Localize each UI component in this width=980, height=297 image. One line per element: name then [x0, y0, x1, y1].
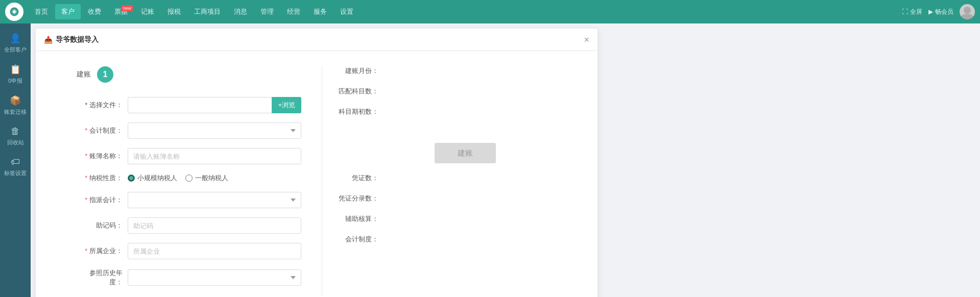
nav-menu: 首页 客户 收费 票据 new 记账 报税 工商项目 消息 管理 经营 服务 设…	[29, 4, 902, 19]
form-right-panel: 建账月份： 匹配科目数： 科目期初数： 建账	[322, 66, 597, 296]
nav-manage[interactable]: 管理	[254, 4, 280, 19]
assign-accountant-row: 指派会计：	[77, 192, 301, 208]
nav-invoice[interactable]: 票据 new	[108, 4, 134, 19]
file-text-input[interactable]	[128, 97, 272, 113]
ref-year-select[interactable]	[128, 269, 301, 286]
nav-client[interactable]: 客户	[55, 4, 81, 19]
tax-small-radio[interactable]	[128, 175, 135, 182]
form-area: 建账 1 * 选择文件： +浏览 会计制度：	[36, 51, 597, 297]
sidebar-item-tag-settings[interactable]: 🏷 标签设置	[0, 152, 31, 182]
recycle-icon: 🗑	[11, 126, 20, 137]
new-badge: new	[121, 5, 133, 11]
voucher-count-row: 凭证数：	[332, 174, 597, 183]
tax-general-label: 一般纳税人	[195, 174, 228, 183]
dialog-title: 导爷数据导入	[56, 35, 99, 44]
tax-general[interactable]: 一般纳税人	[185, 174, 228, 183]
svg-point-3	[961, 14, 973, 19]
tax-small-scale[interactable]: 小规模纳税人	[128, 174, 177, 183]
nav-service[interactable]: 服务	[307, 4, 333, 19]
voucher-entries-row: 凭证分录数：	[332, 194, 597, 203]
accounting-system-select[interactable]	[128, 122, 301, 139]
svg-point-1	[13, 10, 16, 13]
aux-accounting-row: 辅助核算：	[332, 214, 597, 224]
all-clients-icon: 👤	[10, 33, 21, 44]
file-label: * 选择文件：	[77, 101, 123, 110]
main-content: 📥 导爷数据导入 × 建账 1 * 选择文件：	[31, 23, 980, 297]
tax-radio-group: 小规模纳税人 一般纳税人	[128, 174, 228, 183]
match-subject-label: 匹配科目数：	[332, 87, 378, 96]
sidebar-item-declaration[interactable]: 📋 0申报	[0, 59, 31, 90]
ref-year-label: 参照历史年度：	[77, 268, 123, 287]
right-accounting-system-label: 会计制度：	[332, 235, 378, 244]
memo-code-input[interactable]	[128, 217, 301, 234]
step-label: 建账	[77, 70, 91, 79]
tax-type-label: 纳税性质：	[77, 174, 123, 183]
dialog-header-icon: 📥	[44, 36, 53, 44]
dialog-header: 📥 导爷数据导入	[36, 29, 597, 51]
subject-init-label: 科目期初数：	[332, 107, 378, 116]
aux-accounting-label: 辅助核算：	[332, 214, 378, 224]
sidebar-item-all-clients[interactable]: 👤 全部客户	[0, 28, 31, 59]
belong-company-row: 所属企业：	[77, 243, 301, 259]
accounting-system-label: 会计制度：	[77, 126, 123, 135]
file-input-group: +浏览	[128, 97, 301, 113]
build-btn-wrap: 建账	[332, 128, 597, 163]
build-month-label: 建账月份：	[332, 66, 378, 76]
account-migration-icon: 📦	[10, 95, 21, 106]
voucher-entries-label: 凭证分录数：	[332, 194, 378, 203]
step-indicator: 建账 1	[77, 66, 301, 83]
nav-message[interactable]: 消息	[228, 4, 253, 19]
memo-code-label: 助记码：	[77, 221, 123, 230]
sidebar-item-recycle[interactable]: 🗑 回收站	[0, 121, 31, 152]
browse-button[interactable]: +浏览	[272, 97, 301, 113]
ledger-name-row: 账簿名称：	[77, 148, 301, 164]
subject-init-row: 科目期初数：	[332, 107, 597, 116]
ledger-name-label: 账簿名称：	[77, 152, 123, 161]
build-month-row: 建账月份：	[332, 66, 597, 76]
file-row: * 选择文件： +浏览	[77, 97, 301, 113]
belong-company-label: 所属企业：	[77, 246, 123, 256]
play-icon: ▶	[928, 8, 933, 15]
member-btn[interactable]: ▶ 畅会员	[928, 8, 953, 16]
declaration-icon: 📋	[10, 64, 21, 75]
top-navigation: 首页 客户 收费 票据 new 记账 报税 工商项目 消息 管理 经营 服务 设…	[0, 0, 980, 23]
app-logo[interactable]	[5, 3, 23, 21]
dialog-close-button[interactable]: ×	[584, 35, 589, 45]
memo-code-row: 助记码：	[77, 217, 301, 234]
nav-business[interactable]: 工商项目	[188, 4, 227, 19]
assign-accountant-select[interactable]	[128, 192, 301, 208]
ref-year-row: 参照历史年度：	[77, 268, 301, 287]
tag-settings-icon: 🏷	[11, 157, 20, 167]
tax-small-label: 小规模纳税人	[137, 174, 177, 183]
main-layout: 👤 全部客户 📋 0申报 📦 账套迁移 🗑 回收站 🏷 标签设置 📥 导爷数据导…	[0, 23, 980, 297]
step-circle: 1	[97, 66, 113, 83]
svg-point-2	[964, 7, 971, 14]
nav-tax[interactable]: 报税	[161, 4, 187, 19]
match-subject-row: 匹配科目数：	[332, 87, 597, 96]
tax-type-row: 纳税性质： 小规模纳税人 一般纳税人	[77, 174, 301, 183]
tax-general-radio[interactable]	[185, 175, 193, 182]
import-dialog: 📥 导爷数据导入 × 建账 1 * 选择文件：	[36, 29, 597, 297]
fullscreen-icon: ⛶	[902, 8, 908, 15]
user-avatar[interactable]	[960, 4, 975, 19]
nav-settings[interactable]: 设置	[334, 4, 360, 19]
ledger-name-input[interactable]	[128, 148, 301, 164]
nav-right-area: ⛶ 全屏 ▶ 畅会员	[902, 4, 975, 19]
voucher-count-label: 凭证数：	[332, 174, 378, 183]
nav-fee[interactable]: 收费	[82, 4, 107, 19]
nav-operation[interactable]: 经营	[281, 4, 306, 19]
form-left-panel: 建账 1 * 选择文件： +浏览 会计制度：	[36, 66, 322, 296]
nav-home[interactable]: 首页	[29, 4, 54, 19]
sidebar-item-account-migration[interactable]: 📦 账套迁移	[0, 90, 31, 121]
assign-accountant-label: 指派会计：	[77, 195, 123, 205]
accounting-system-row: 会计制度：	[77, 122, 301, 139]
build-account-button[interactable]: 建账	[435, 143, 496, 163]
fullscreen-btn[interactable]: ⛶ 全屏	[902, 8, 922, 16]
nav-account[interactable]: 记账	[135, 4, 160, 19]
belong-company-input[interactable]	[128, 243, 301, 259]
sidebar: 👤 全部客户 📋 0申报 📦 账套迁移 🗑 回收站 🏷 标签设置	[0, 23, 31, 297]
right-accounting-system-row: 会计制度：	[332, 235, 597, 244]
